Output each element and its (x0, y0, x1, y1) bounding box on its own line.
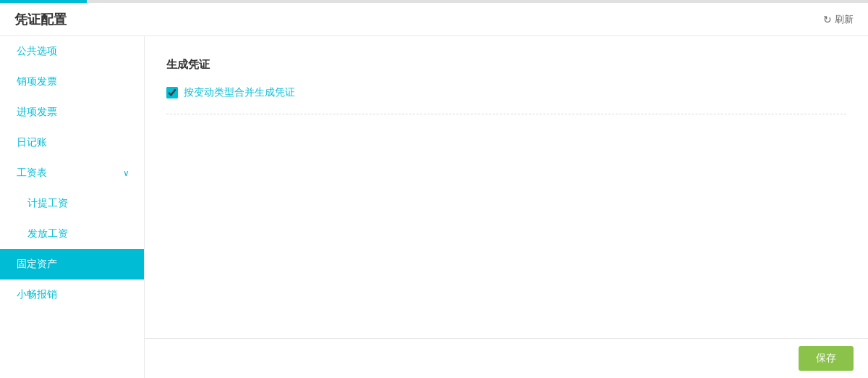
sidebar-item-sales-invoice[interactable]: 销项发票 (0, 67, 144, 97)
sidebar-item-public-options[interactable]: 公共选项 (0, 36, 144, 67)
chevron-down-icon: ∨ (123, 168, 129, 178)
merge-by-type-row: 按变动类型合并生成凭证 (166, 86, 846, 99)
page-title: 凭证配置 (14, 11, 67, 28)
footer: 保存 (145, 338, 868, 378)
merge-by-type-checkbox[interactable] (166, 87, 178, 98)
refresh-label: 刷新 (835, 13, 854, 26)
sidebar: 公共选项销项发票进项发票日记账工资表∨计提工资发放工资固定资产小畅报销 (0, 36, 145, 378)
sidebar-item-payroll-release[interactable]: 发放工资 (0, 219, 144, 249)
main-container: 公共选项销项发票进项发票日记账工资表∨计提工资发放工资固定资产小畅报销 生成凭证… (0, 36, 868, 378)
sidebar-item-label-expense-report: 小畅报销 (17, 288, 57, 301)
sidebar-item-label-payroll-accrual: 计提工资 (27, 197, 68, 210)
sidebar-item-label-purchase-invoice: 进项发票 (17, 106, 57, 119)
merge-by-type-label[interactable]: 按变动类型合并生成凭证 (184, 86, 295, 99)
sidebar-item-label-journal: 日记账 (17, 136, 47, 149)
sidebar-item-label-public-options: 公共选项 (17, 45, 57, 58)
sidebar-item-expense-report[interactable]: 小畅报销 (0, 280, 144, 310)
active-tab-indicator (0, 0, 87, 3)
top-tab-bar (0, 0, 868, 3)
sidebar-item-label-payroll: 工资表 (17, 167, 47, 180)
sidebar-item-purchase-invoice[interactable]: 进项发票 (0, 97, 144, 127)
page-header: 凭证配置 ↻ 刷新 (0, 3, 868, 36)
sidebar-item-journal[interactable]: 日记账 (0, 127, 144, 158)
sidebar-item-payroll[interactable]: 工资表∨ (0, 158, 144, 188)
sidebar-item-label-payroll-release: 发放工资 (27, 227, 68, 240)
save-button[interactable]: 保存 (799, 346, 854, 371)
sidebar-item-label-fixed-assets: 固定资产 (17, 258, 57, 271)
refresh-icon: ↻ (823, 14, 832, 25)
sidebar-item-payroll-accrual[interactable]: 计提工资 (0, 188, 144, 219)
content-area: 生成凭证 按变动类型合并生成凭证 (145, 36, 868, 378)
section-title: 生成凭证 (166, 58, 846, 72)
sidebar-item-fixed-assets[interactable]: 固定资产 (0, 249, 144, 280)
section-divider (166, 114, 846, 114)
refresh-button[interactable]: ↻ 刷新 (823, 13, 854, 26)
sidebar-item-label-sales-invoice: 销项发票 (17, 75, 57, 88)
